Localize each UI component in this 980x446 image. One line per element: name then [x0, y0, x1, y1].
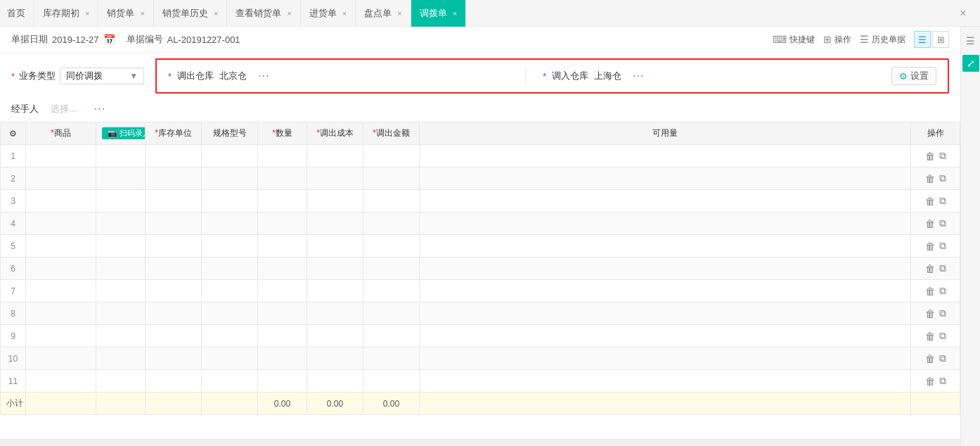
table-cell[interactable]: [363, 280, 420, 302]
table-cell[interactable]: [202, 280, 258, 302]
tab-sales-history[interactable]: 销货单历史 ×: [154, 0, 227, 27]
table-cell[interactable]: [420, 302, 911, 325]
table-cell[interactable]: [258, 257, 307, 280]
table-cell[interactable]: [202, 348, 258, 370]
tab-home[interactable]: 首页: [7, 0, 34, 27]
agent-select[interactable]: 选择...: [44, 101, 83, 117]
tab-close-stocktake[interactable]: ×: [397, 9, 401, 18]
table-cell[interactable]: [363, 145, 420, 167]
table-cell[interactable]: [307, 212, 363, 235]
tab-inventory-init[interactable]: 库存期初 ×: [34, 0, 98, 27]
table-cell[interactable]: [307, 280, 363, 302]
table-cell[interactable]: [258, 145, 307, 167]
view-list-button[interactable]: ☰: [914, 31, 931, 48]
table-cell[interactable]: [202, 190, 258, 212]
tab-close-purchase[interactable]: ×: [342, 9, 347, 18]
table-cell[interactable]: [96, 370, 146, 393]
horizontal-scrollbar[interactable]: [0, 439, 960, 446]
table-cell[interactable]: [307, 235, 363, 257]
table-cell[interactable]: [202, 302, 258, 325]
table-cell[interactable]: [146, 212, 202, 235]
table-cell[interactable]: [26, 280, 96, 302]
table-cell[interactable]: [26, 235, 96, 257]
copy-icon[interactable]: ⧉: [939, 195, 946, 207]
table-cell[interactable]: [258, 280, 307, 302]
table-cell[interactable]: [258, 325, 307, 348]
copy-icon[interactable]: ⧉: [939, 285, 946, 297]
out-warehouse-more-button[interactable]: ···: [258, 70, 269, 82]
table-cell[interactable]: [202, 325, 258, 348]
table-cell[interactable]: [146, 370, 202, 393]
delete-icon[interactable]: 🗑: [925, 151, 935, 162]
table-cell[interactable]: [258, 370, 307, 393]
table-cell[interactable]: [96, 235, 146, 257]
table-cell[interactable]: [363, 190, 420, 212]
copy-icon[interactable]: ⧉: [939, 375, 946, 387]
table-cell[interactable]: [146, 235, 202, 257]
table-cell[interactable]: [96, 257, 146, 280]
table-cell[interactable]: [420, 167, 911, 190]
copy-icon[interactable]: ⧉: [939, 172, 946, 184]
table-cell[interactable]: [26, 325, 96, 348]
calendar-icon[interactable]: 📅: [103, 34, 115, 45]
in-warehouse-more-button[interactable]: ···: [633, 70, 644, 82]
table-cell[interactable]: [26, 370, 96, 393]
table-cell[interactable]: [146, 190, 202, 212]
table-cell[interactable]: [307, 167, 363, 190]
table-cell[interactable]: [146, 325, 202, 348]
table-cell[interactable]: [363, 302, 420, 325]
table-cell[interactable]: [202, 370, 258, 393]
delete-icon[interactable]: 🗑: [925, 196, 935, 207]
scan-input-button[interactable]: 📷 扫码录入: [102, 127, 146, 139]
table-cell[interactable]: [146, 257, 202, 280]
table-cell[interactable]: [202, 257, 258, 280]
tab-stocktake[interactable]: 盘点单 ×: [356, 0, 411, 27]
shortcut-button[interactable]: ⌨ 快捷键: [773, 34, 815, 46]
table-cell[interactable]: [307, 348, 363, 370]
table-cell[interactable]: [146, 167, 202, 190]
table-cell[interactable]: [26, 302, 96, 325]
delete-icon[interactable]: 🗑: [925, 353, 935, 364]
table-cell[interactable]: [96, 190, 146, 212]
delete-icon[interactable]: 🗑: [925, 241, 935, 252]
table-cell[interactable]: [363, 212, 420, 235]
table-cell[interactable]: [258, 348, 307, 370]
table-cell[interactable]: [146, 145, 202, 167]
copy-icon[interactable]: ⧉: [939, 262, 946, 274]
table-cell[interactable]: [26, 145, 96, 167]
table-cell[interactable]: [420, 212, 911, 235]
tab-transfer[interactable]: 调拨单 ×: [411, 0, 466, 27]
table-cell[interactable]: [307, 257, 363, 280]
table-cell[interactable]: [26, 167, 96, 190]
table-cell[interactable]: [420, 370, 911, 393]
tab-close-sales-history[interactable]: ×: [214, 9, 218, 18]
table-cell[interactable]: [96, 212, 146, 235]
delete-icon[interactable]: 🗑: [925, 331, 935, 342]
tab-close-sales-order[interactable]: ×: [140, 9, 144, 18]
table-cell[interactable]: [363, 257, 420, 280]
table-cell[interactable]: [307, 145, 363, 167]
table-cell[interactable]: [420, 280, 911, 302]
table-cell[interactable]: [26, 190, 96, 212]
table-cell[interactable]: [202, 167, 258, 190]
history-button[interactable]: ☰ 历史单据: [860, 34, 905, 46]
table-cell[interactable]: [258, 212, 307, 235]
delete-icon[interactable]: 🗑: [925, 286, 935, 297]
table-cell[interactable]: [96, 167, 146, 190]
table-cell[interactable]: [420, 325, 911, 348]
agent-more-button[interactable]: ···: [94, 103, 105, 115]
close-window-button[interactable]: ×: [953, 4, 973, 23]
table-cell[interactable]: [146, 302, 202, 325]
table-cell[interactable]: [420, 145, 911, 167]
copy-icon[interactable]: ⧉: [939, 330, 946, 342]
tab-close-inventory-init[interactable]: ×: [85, 9, 89, 18]
table-cell[interactable]: [420, 235, 911, 257]
table-cell[interactable]: [363, 167, 420, 190]
copy-icon[interactable]: ⧉: [939, 240, 946, 252]
table-cell[interactable]: [96, 302, 146, 325]
settings-button[interactable]: ⚙ 设置: [891, 67, 936, 85]
delete-icon[interactable]: 🗑: [925, 308, 935, 319]
table-cell[interactable]: [420, 190, 911, 212]
delete-icon[interactable]: 🗑: [925, 218, 935, 229]
tab-close-transfer[interactable]: ×: [453, 9, 457, 18]
